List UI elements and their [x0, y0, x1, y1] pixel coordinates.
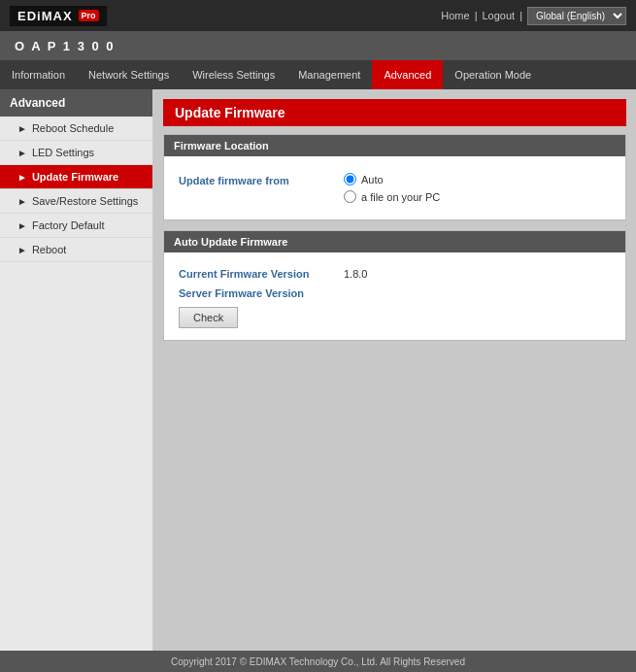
- page-title: Update Firmware: [163, 99, 626, 126]
- radio-auto[interactable]: Auto: [344, 173, 611, 185]
- nav-item-management[interactable]: Management: [286, 60, 372, 89]
- radio-auto-input[interactable]: [344, 173, 356, 185]
- sidebar-item-save-restore[interactable]: ► Save/Restore Settings: [0, 189, 152, 214]
- radio-pc-input[interactable]: [344, 190, 356, 203]
- sidebar-item-save-restore-label: Save/Restore Settings: [32, 195, 138, 207]
- nav-item-information[interactable]: Information: [0, 60, 77, 89]
- nav-item-advanced[interactable]: Advanced: [372, 60, 443, 89]
- auto-update-section: Auto Update Firmware Current Firmware Ve…: [163, 230, 626, 341]
- firmware-location-value: Auto a file on your PC: [344, 173, 611, 203]
- footer: Copyright 2017 © EDIMAX Technology Co., …: [0, 651, 636, 672]
- top-nav: Information Network Settings Wireless Se…: [0, 60, 636, 89]
- sidebar-item-led-settings-label: LED Settings: [32, 147, 94, 158]
- arrow-icon: ►: [17, 123, 27, 134]
- sidebar-item-factory-default-label: Factory Default: [32, 219, 105, 231]
- device-bar: O A P 1 3 0 0: [0, 31, 636, 60]
- logo-area: EDiMAX Pro: [10, 6, 107, 26]
- nav-item-network-settings[interactable]: Network Settings: [77, 60, 181, 89]
- footer-text: Copyright 2017 © EDIMAX Technology Co., …: [171, 656, 465, 667]
- arrow-icon: ►: [17, 172, 27, 183]
- sidebar-header: Advanced: [0, 89, 152, 117]
- current-firmware-value: 1.8.0: [344, 268, 367, 280]
- home-link[interactable]: Home: [441, 10, 469, 21]
- arrow-icon: ►: [17, 148, 27, 158]
- header-nav: Home | Logout | Global (English): [441, 7, 626, 25]
- radio-pc-label: a file on your PC: [361, 191, 440, 203]
- sidebar-item-update-firmware[interactable]: ► Update Firmware: [0, 165, 152, 189]
- radio-pc[interactable]: a file on your PC: [344, 190, 611, 203]
- header: EDiMAX Pro Home | Logout | Global (Engli…: [0, 0, 636, 31]
- current-firmware-row: Current Firmware Version 1.8.0: [179, 264, 611, 284]
- sidebar-item-reboot-label: Reboot: [32, 244, 66, 255]
- firmware-location-row: Update firmware from Auto a file on your…: [179, 168, 611, 208]
- language-select[interactable]: Global (English): [527, 7, 626, 25]
- sidebar-item-reboot-schedule[interactable]: ► Reboot Schedule: [0, 117, 152, 141]
- sidebar: Advanced ► Reboot Schedule ► LED Setting…: [0, 89, 153, 651]
- check-button[interactable]: Check: [179, 307, 238, 328]
- radio-group: Auto a file on your PC: [344, 173, 611, 203]
- arrow-icon: ►: [17, 220, 27, 231]
- sidebar-item-update-firmware-label: Update Firmware: [32, 171, 118, 183]
- logo-pro: Pro: [79, 10, 99, 21]
- auto-update-body: Current Firmware Version 1.8.0 Server Fi…: [164, 252, 625, 340]
- firmware-location-section: Firmware Location Update firmware from A…: [163, 134, 626, 220]
- nav-item-wireless-settings[interactable]: Wireless Settings: [181, 60, 286, 89]
- sep1: |: [475, 10, 478, 21]
- logo-edi: EDiMAX: [17, 9, 73, 23]
- server-firmware-row: Server Firmware Version: [179, 284, 611, 303]
- sidebar-item-factory-default[interactable]: ► Factory Default: [0, 214, 152, 238]
- sep2: |: [519, 10, 522, 21]
- server-firmware-label: Server Firmware Version: [179, 287, 344, 299]
- nav-item-operation-mode[interactable]: Operation Mode: [443, 60, 543, 89]
- arrow-icon: ►: [17, 196, 27, 207]
- firmware-location-label: Update firmware from: [179, 173, 344, 186]
- device-label: O A P 1 3 0 0: [15, 39, 116, 53]
- logout-link[interactable]: Logout: [482, 10, 515, 21]
- logo-box: EDiMAX Pro: [10, 6, 107, 26]
- firmware-location-body: Update firmware from Auto a file on your…: [164, 156, 625, 219]
- firmware-location-header: Firmware Location: [164, 135, 625, 156]
- main-layout: Advanced ► Reboot Schedule ► LED Setting…: [0, 89, 636, 651]
- content-area: Update Firmware Firmware Location Update…: [153, 89, 636, 651]
- current-firmware-label: Current Firmware Version: [179, 268, 344, 280]
- arrow-icon: ►: [17, 245, 27, 255]
- sidebar-item-led-settings[interactable]: ► LED Settings: [0, 141, 152, 165]
- sidebar-item-reboot-schedule-label: Reboot Schedule: [32, 122, 114, 134]
- radio-auto-label: Auto: [361, 174, 384, 185]
- sidebar-item-reboot[interactable]: ► Reboot: [0, 238, 152, 262]
- auto-update-header: Auto Update Firmware: [164, 231, 625, 252]
